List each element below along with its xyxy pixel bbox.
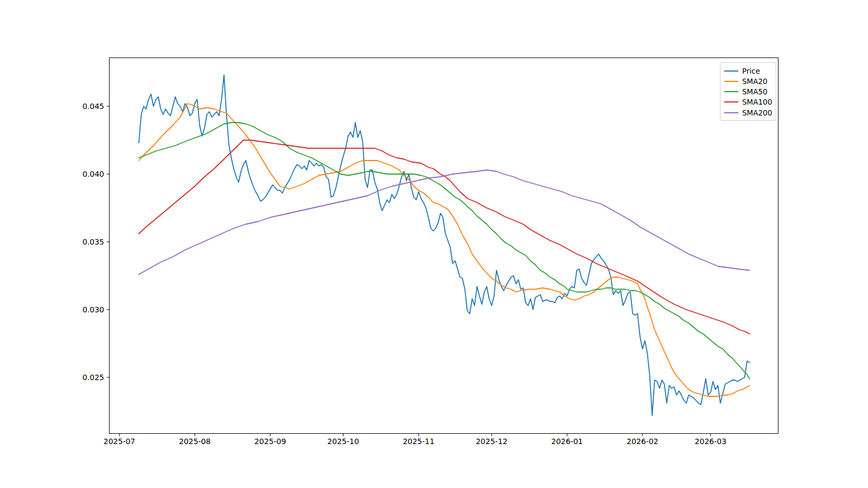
x-tick-label: 2025-12 <box>476 437 508 446</box>
legend: Price SMA20 SMA50 SMA100 SMA200 <box>720 62 776 121</box>
legend-line-sample-sma200 <box>724 112 738 113</box>
legend-line-sample-price <box>724 70 738 72</box>
y-tick-label: 0.035 <box>82 237 104 246</box>
x-tick-label: 2025-11 <box>403 437 435 446</box>
y-tick-label: 0.045 <box>82 102 104 111</box>
legend-item-sma50: SMA50 <box>724 87 772 97</box>
y-tick-label: 0.030 <box>82 305 104 314</box>
legend-item-price: Price <box>724 66 772 76</box>
chart-figure: 2025-072025-082025-092025-102025-112025-… <box>0 0 868 488</box>
legend-item-sma200: SMA200 <box>724 107 772 118</box>
x-tick-label: 2026-01 <box>551 437 583 446</box>
x-tick-label: 2025-09 <box>254 437 286 446</box>
legend-line-sample-sma50 <box>724 91 738 92</box>
series-line-sma50 <box>139 123 750 379</box>
legend-line-sample-sma20 <box>724 81 738 82</box>
x-tick-label: 2026-03 <box>695 437 727 446</box>
x-tick-label: 2025-10 <box>327 437 359 446</box>
y-tick-label: 0.040 <box>82 170 104 178</box>
x-tick-label: 2025-08 <box>179 437 211 446</box>
legend-label: SMA100 <box>742 98 772 106</box>
series-line-sma200 <box>139 170 750 275</box>
legend-item-sma100: SMA100 <box>724 97 772 107</box>
legend-label: SMA20 <box>742 77 768 86</box>
series-line-price <box>139 75 750 416</box>
legend-item-sma20: SMA20 <box>724 76 772 86</box>
legend-label: SMA200 <box>742 108 772 117</box>
series-line-sma20 <box>139 104 750 396</box>
legend-label: SMA50 <box>742 87 768 96</box>
x-tick-label: 2026-02 <box>627 437 659 446</box>
y-tick-label: 0.025 <box>82 373 104 382</box>
x-tick-label: 2025-07 <box>104 437 136 446</box>
legend-label: Price <box>742 67 760 75</box>
legend-line-sample-sma100 <box>724 101 738 102</box>
